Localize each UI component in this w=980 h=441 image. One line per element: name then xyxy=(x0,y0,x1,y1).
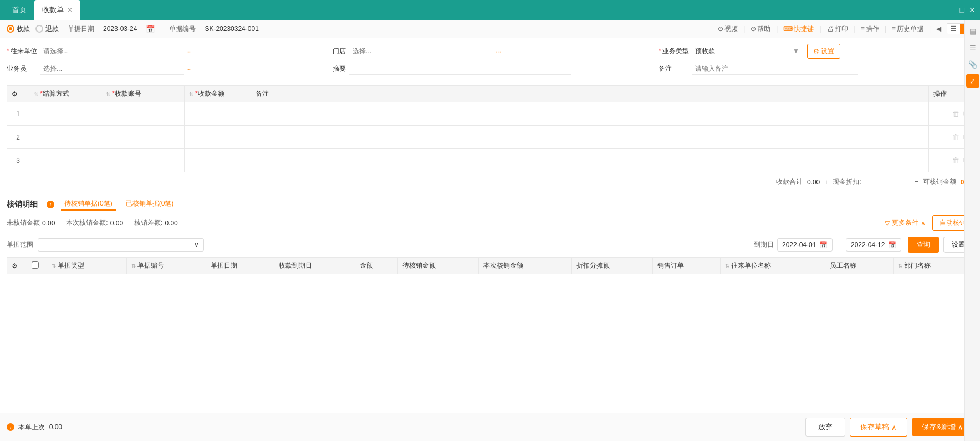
gear-icon: ⚙ xyxy=(813,48,819,55)
salesperson-input[interactable] xyxy=(40,63,184,75)
counter-party-input[interactable] xyxy=(40,45,184,57)
vcol-pending: 待核销金额 xyxy=(398,258,479,274)
operation-btn[interactable]: ≡ 操作 xyxy=(861,24,879,34)
video-btn[interactable]: ⊙ 视频 xyxy=(718,24,738,34)
row-1-delete-icon[interactable]: 🗑 xyxy=(952,110,959,118)
counter-party-more[interactable]: ··· xyxy=(186,48,192,55)
more-conditions-btn[interactable]: ▽ 更多条件 ∧ xyxy=(885,218,926,228)
tab-pending[interactable]: 待核销单据(0笔) xyxy=(61,198,116,211)
row-3-account[interactable] xyxy=(101,149,185,172)
no-value: SK-20230324-001 xyxy=(205,25,258,33)
summary-input[interactable] xyxy=(349,63,571,75)
vcol-employee: 员工名称 xyxy=(825,258,894,274)
window-close-icon[interactable]: ✕ xyxy=(969,6,976,14)
sidebar-table-icon[interactable]: ▤ xyxy=(966,24,979,38)
window-maximize-icon[interactable]: □ xyxy=(960,6,964,14)
radio-refund-dot xyxy=(35,25,43,33)
no-label: 单据编号 xyxy=(169,24,196,34)
shop-field: 门店 ··· xyxy=(333,45,647,57)
row-2-account[interactable] xyxy=(101,126,185,149)
tab-receipt[interactable]: 收款单 ✕ xyxy=(34,0,80,20)
table-row: 1 🗑 ⧉ xyxy=(7,102,973,126)
row-1-remark[interactable] xyxy=(251,102,929,126)
shop-more[interactable]: ··· xyxy=(496,48,501,55)
table-settings-header[interactable]: ⚙ xyxy=(7,86,29,102)
unverified-label: 未核销金额 xyxy=(7,218,40,228)
row-2-remark[interactable] xyxy=(251,126,929,149)
receipt-table: ⚙ ⇅*结算方式 ⇅*收款账号 ⇅*收款金额 备注 操作 1 🗑 xyxy=(7,85,973,172)
query-button[interactable]: 查询 xyxy=(908,237,939,253)
vcol-no: ⇅单据编号 xyxy=(126,258,206,274)
vcol-gear[interactable]: ⚙ xyxy=(7,258,27,274)
row-3-amount[interactable] xyxy=(185,149,251,172)
row-3-remark[interactable] xyxy=(251,149,929,172)
vcol-type: ⇅单据类型 xyxy=(47,258,127,274)
tab-done[interactable]: 已核销单据(0笔) xyxy=(122,198,177,211)
sidebar-list-icon[interactable]: ☰ xyxy=(966,41,979,54)
vcol-dept: ⇅部门名称 xyxy=(894,258,973,274)
radio-receipt[interactable]: 收款 xyxy=(7,24,30,34)
date-to-input[interactable]: 2022-04-12 📅 xyxy=(846,238,901,252)
date-range: 到期日 2022-04-01 📅 — 2022-04-12 📅 xyxy=(754,238,901,252)
select-all-checkbox[interactable] xyxy=(32,261,39,269)
diff-label: 核销差额: xyxy=(134,218,162,228)
row-2-amount[interactable] xyxy=(185,126,251,149)
row-1-account[interactable] xyxy=(101,102,185,126)
shop-input[interactable] xyxy=(349,45,493,57)
tab-home[interactable]: 首页 xyxy=(4,0,34,20)
sidebar-expand-icon[interactable]: ⤢ xyxy=(966,74,979,88)
shop-label: 门店 xyxy=(333,47,349,56)
counter-party-label: *往来单位 xyxy=(7,47,40,56)
business-type-select[interactable]: 预收款 ▼ xyxy=(692,45,803,58)
chevron-up-icon-draft: ∧ xyxy=(891,423,897,432)
verify-header: 核销明细 i 待核销单据(0笔) 已核销单据(0笔) xyxy=(7,198,973,211)
row-2-no: 2 xyxy=(7,126,29,149)
row-1-amount[interactable] xyxy=(185,102,251,126)
vcol-check[interactable] xyxy=(27,258,47,274)
salesperson-more[interactable]: ··· xyxy=(186,65,192,73)
print-btn[interactable]: 🖨 打印 xyxy=(827,24,848,34)
note-input[interactable] xyxy=(692,63,858,75)
save-draft-button[interactable]: 保存草稿 ∧ xyxy=(850,418,907,437)
row-2-delete-icon[interactable]: 🗑 xyxy=(952,133,959,141)
chevron-up-icon: ∧ xyxy=(921,219,926,227)
radio-group: 收款 退款 xyxy=(7,24,59,34)
verify-title: 核销明细 xyxy=(7,199,38,209)
window-controls: — □ ✕ xyxy=(948,6,976,14)
tab-close-icon[interactable]: ✕ xyxy=(67,6,73,14)
filter-row: 单据范围 ∨ 到期日 2022-04-01 📅 — 2022-04-12 📅 xyxy=(7,237,973,253)
window-minimize-icon[interactable]: — xyxy=(948,6,956,14)
filter-group: 单据范围 ∨ xyxy=(7,238,747,252)
vcol-due: 收款到期日 xyxy=(274,258,355,274)
date-value: 2023-03-24 xyxy=(103,25,137,33)
calendar-icon-2: 📅 xyxy=(888,241,896,249)
date-from-input[interactable]: 2022-04-01 📅 xyxy=(777,238,833,252)
history-btn[interactable]: ≡ 历史单据 xyxy=(892,24,923,34)
range-select[interactable]: ∨ xyxy=(38,238,204,252)
summary-label: 摘要 xyxy=(333,64,349,74)
chevron-up-icon-new: ∧ xyxy=(958,423,963,432)
row-2-method[interactable] xyxy=(29,126,101,149)
list-view-btn[interactable]: ☰ xyxy=(947,24,960,34)
tab-bar: 首页 收款单 ✕ — □ ✕ xyxy=(0,0,980,20)
current-value: 0.00 xyxy=(110,219,123,227)
discount-input[interactable] xyxy=(866,177,910,187)
radio-refund[interactable]: 退款 xyxy=(35,24,59,34)
tab-receipt-label: 收款单 xyxy=(42,5,64,15)
filter-icon: ▽ xyxy=(885,219,890,227)
settings-button[interactable]: ⚙ 设置 xyxy=(807,44,840,59)
verify-section: 核销明细 i 待核销单据(0笔) 已核销单据(0笔) 未核销金额 0.00 本次… xyxy=(0,192,980,413)
shortcut-btn[interactable]: ⌨ 快捷键 xyxy=(783,24,814,34)
abandon-button[interactable]: 放弃 xyxy=(805,418,845,437)
row-1-method[interactable] xyxy=(29,102,101,126)
row-3-delete-icon[interactable]: 🗑 xyxy=(952,156,959,165)
vcol-counter: ⇅往来单位名称 xyxy=(721,258,825,274)
summary-field: 摘要 xyxy=(333,63,647,75)
row-3-method[interactable] xyxy=(29,149,101,172)
sidebar-clip-icon[interactable]: 📎 xyxy=(966,58,979,71)
date-icon[interactable]: 📅 xyxy=(146,25,155,33)
available-label: 可核销金额 xyxy=(923,177,956,187)
prev-icon[interactable]: ◀ xyxy=(936,25,941,33)
plus-sign: + xyxy=(824,178,828,186)
help-btn[interactable]: ⊙ 帮助 xyxy=(751,24,770,34)
